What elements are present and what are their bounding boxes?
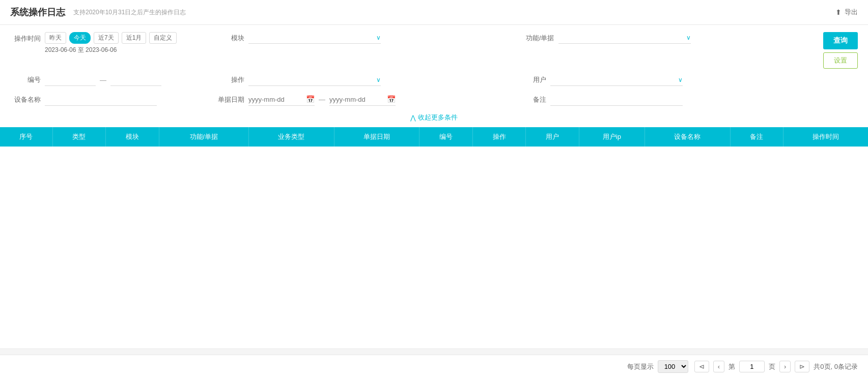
time-label: 操作时间 [10, 32, 41, 43]
col-voucher-date: 单据日期 [334, 127, 419, 147]
pagination-bar: 每页显示 100 50 200 ⊲ ‹ 第 页 › ⊳ 共0页, 0条记录 [0, 355, 868, 378]
user-select[interactable]: ∨ [550, 74, 683, 86]
page-subtitle: 支持2020年10月31日之后产生的操作日志 [73, 8, 186, 17]
voucher-date-from-input[interactable] [248, 96, 304, 103]
remark-label: 备注 [506, 95, 546, 104]
per-page-select[interactable]: 100 50 200 [658, 360, 688, 373]
time-range-text: 2023-06-06 至 2023-06-06 [45, 46, 177, 54]
page-label: 第 [729, 362, 735, 371]
voucher-date-label: 单据日期 [214, 95, 244, 104]
col-type: 类型 [52, 127, 105, 147]
filter-section: 操作时间 昨天 今天 近7天 近1月 自定义 2023-06-06 至 2023… [0, 25, 868, 127]
collapse-chevron-icon: ⋀ [410, 114, 416, 122]
remark-input[interactable] [550, 94, 683, 106]
num-input-to[interactable] [110, 74, 161, 86]
time-btn-today[interactable]: 今天 [69, 32, 91, 44]
func-select[interactable]: ∨ [558, 32, 691, 44]
page-unit: 页 [769, 362, 775, 371]
page-summary: 共0页, 0条记录 [814, 362, 858, 371]
operation-label: 操作 [214, 75, 244, 84]
num-label: 编号 [10, 75, 41, 84]
col-op-time: 操作时间 [783, 127, 868, 147]
time-filter-buttons: 昨天 今天 近7天 近1月 自定义 [45, 32, 177, 44]
col-biz-type: 业务类型 [249, 127, 334, 147]
collapse-button[interactable]: ⋀ 收起更多条件 [410, 113, 458, 122]
calendar-from-icon[interactable]: 📅 [306, 95, 315, 103]
page-title: 系统操作日志 [10, 6, 65, 18]
operation-chevron-icon: ∨ [376, 76, 381, 83]
device-input[interactable] [45, 94, 157, 106]
col-operation: 操作 [472, 127, 525, 147]
table-header-row: 序号 类型 模块 功能/单据 业务类型 单据日期 编号 操作 用户 用户ip 设… [0, 127, 868, 147]
voucher-date-from[interactable]: 📅 [248, 93, 315, 106]
module-label: 模块 [214, 34, 244, 43]
col-module: 模块 [106, 127, 159, 147]
next-page-button[interactable]: › [779, 361, 791, 372]
page-header: 系统操作日志 支持2020年10月31日之后产生的操作日志 ⬆ 导出 [0, 0, 868, 25]
time-btn-1month[interactable]: 近1月 [122, 32, 147, 44]
export-label: 导出 [845, 8, 858, 17]
col-num: 编号 [419, 127, 472, 147]
time-btn-yesterday[interactable]: 昨天 [45, 32, 66, 44]
user-label: 用户 [506, 75, 546, 84]
num-input-from[interactable] [45, 74, 96, 86]
prev-page-button[interactable]: ‹ [713, 361, 724, 372]
col-device: 设备名称 [645, 127, 730, 147]
voucher-date-to[interactable]: 📅 [329, 93, 396, 106]
export-button[interactable]: ⬆ 导出 [835, 8, 858, 17]
export-icon: ⬆ [835, 8, 842, 16]
last-page-button[interactable]: ⊳ [795, 361, 809, 372]
module-select[interactable]: ∨ [248, 32, 381, 44]
collapse-row: ⋀ 收起更多条件 [10, 111, 858, 127]
func-label: 功能/单据 [514, 34, 554, 43]
user-chevron-icon: ∨ [678, 76, 683, 83]
scrollbar-area[interactable] [0, 348, 868, 355]
query-button[interactable]: 查询 [823, 32, 858, 49]
page-number-input[interactable] [739, 361, 765, 372]
module-chevron-icon: ∨ [376, 34, 381, 41]
time-btn-custom[interactable]: 自定义 [149, 32, 177, 44]
device-label: 设备名称 [10, 95, 41, 104]
col-remark: 备注 [730, 127, 783, 147]
time-btn-7days[interactable]: 近7天 [94, 32, 119, 44]
col-user: 用户 [526, 127, 579, 147]
collapse-label: 收起更多条件 [418, 113, 458, 122]
func-chevron-icon: ∨ [686, 34, 691, 41]
voucher-date-to-input[interactable] [329, 96, 385, 103]
num-dash: — [100, 76, 106, 84]
operation-select[interactable]: ∨ [248, 74, 381, 86]
data-table: 序号 类型 模块 功能/单据 业务类型 单据日期 编号 操作 用户 用户ip 设… [0, 127, 868, 147]
table-wrapper: 序号 类型 模块 功能/单据 业务类型 单据日期 编号 操作 用户 用户ip 设… [0, 127, 868, 348]
col-func: 功能/单据 [159, 127, 248, 147]
col-seq: 序号 [0, 127, 52, 147]
settings-button[interactable]: 设置 [823, 52, 858, 69]
per-page-label: 每页显示 [627, 362, 654, 371]
col-user-ip: 用户ip [579, 127, 645, 147]
calendar-to-icon[interactable]: 📅 [387, 95, 396, 103]
first-page-button[interactable]: ⊲ [694, 361, 709, 372]
voucher-date-dash: — [319, 96, 325, 103]
